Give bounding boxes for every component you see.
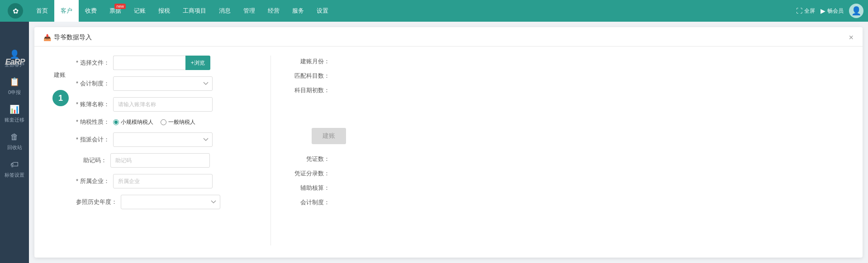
- declaration-icon: 📋: [9, 76, 20, 87]
- sidebar-item-zero-declaration[interactable]: 📋 0申报: [0, 73, 29, 99]
- vip-button[interactable]: ▶ 畅会员: [821, 7, 844, 15]
- right-accounting-system-row: 会计制度：: [294, 198, 429, 207]
- form-left: 建账 1 * 选择文件： +浏览: [52, 56, 248, 245]
- nav-item-manage[interactable]: 管理: [237, 0, 261, 22]
- avatar[interactable]: 👤: [849, 4, 863, 18]
- voucher-entries-row: 凭证分录数：: [294, 169, 429, 178]
- nav-item-bookkeeping[interactable]: 记账: [128, 0, 152, 22]
- history-year-select[interactable]: [121, 195, 220, 209]
- nav-item-services[interactable]: 服务: [286, 0, 310, 22]
- small-taxpayer-radio[interactable]: [113, 119, 119, 125]
- period-initial-label: 科目期初数：: [294, 86, 330, 94]
- dialog-title-icon: 📥: [43, 34, 51, 41]
- vouchers-label: 凭证数：: [294, 155, 330, 163]
- accountant-select[interactable]: [113, 132, 213, 147]
- accounting-system-select[interactable]: [113, 76, 213, 91]
- period-initial-row: 科目期初数：: [294, 86, 429, 94]
- tag-icon: 🏷: [9, 159, 20, 170]
- fullscreen-icon: ⛶: [796, 7, 802, 14]
- recycle-icon: 🗑: [9, 132, 20, 142]
- tax-type-label: * 纳税性质：: [76, 118, 109, 126]
- nav-item-settings[interactable]: 设置: [310, 0, 335, 22]
- accounting-system-label: * 会计制度：: [76, 80, 109, 88]
- aux-accounting-row: 辅助核算：: [294, 184, 429, 192]
- file-input[interactable]: [113, 56, 185, 70]
- memo-code-input[interactable]: [110, 153, 210, 168]
- nav-item-home[interactable]: 首页: [30, 0, 54, 22]
- file-select-label: * 选择文件：: [76, 59, 109, 67]
- build-btn-spacer: 建账: [294, 119, 429, 144]
- close-button[interactable]: ×: [849, 33, 854, 42]
- divider: [270, 56, 271, 245]
- tax-type-radio-group: 小规模纳税人 一般纳税人: [113, 118, 195, 126]
- new-badge: new: [114, 4, 126, 9]
- accountant-row: * 指派会计：: [76, 132, 248, 147]
- accounting-system-row: * 会计制度：: [76, 76, 248, 91]
- nav-item-messages[interactable]: 消息: [213, 0, 237, 22]
- dialog-title: 📥 导爷数据导入: [43, 33, 92, 42]
- memo-code-row: 助记码：: [76, 153, 248, 168]
- step-badge: 1: [52, 90, 69, 106]
- vip-icon: ▶: [821, 7, 825, 14]
- sidebar-item-tag-settings[interactable]: 🏷 标签设置: [0, 155, 29, 182]
- logo[interactable]: ✿: [5, 0, 26, 22]
- file-select-row: * 选择文件： +浏览: [76, 56, 248, 70]
- dialog-panel: 📥 导爷数据导入 × 建账 1 * 选择文件：: [34, 27, 863, 258]
- accountant-label: * 指派会计：: [76, 136, 109, 144]
- file-input-wrap: +浏览: [113, 56, 210, 70]
- nav-right: ⛶ 全屏 ▶ 畅会员 👤: [796, 4, 863, 18]
- small-taxpayer-option[interactable]: 小规模纳税人: [113, 118, 153, 126]
- ledger-name-row: * 账簿名称：: [76, 97, 248, 112]
- right-accounting-system-label: 会计制度：: [294, 198, 330, 207]
- ledger-name-label: * 账簿名称：: [76, 100, 109, 108]
- nav-item-business[interactable]: 工商项目: [176, 0, 213, 22]
- ledger-name-input[interactable]: [113, 97, 213, 112]
- main-layout: EaRP 👤 全部客户 📋 0申报 📊 账套迁移 🗑 回收站 🏷 标签设置: [0, 22, 868, 263]
- avatar-icon: 👤: [851, 6, 861, 16]
- history-year-label: 参照历史年度：: [76, 198, 117, 206]
- company-input[interactable]: [113, 174, 213, 188]
- sidebar-item-account-migration[interactable]: 📊 账套迁移: [0, 100, 29, 127]
- nav-items: 首页 客户 收费 票据 new 记账 报税 工商项目 消息 管理 经营 服务 设…: [30, 0, 796, 22]
- vouchers-row: 凭证数：: [294, 155, 429, 163]
- nav-item-clients[interactable]: 客户: [54, 0, 79, 22]
- company-row: * 所属企业：: [76, 174, 248, 188]
- sidebar: EaRP 👤 全部客户 📋 0申报 📊 账套迁移 🗑 回收站 🏷 标签设置: [0, 22, 29, 263]
- fullscreen-button[interactable]: ⛶ 全屏: [796, 7, 815, 15]
- nav-item-operations[interactable]: 经营: [261, 0, 286, 22]
- company-label: * 所属企业：: [76, 177, 109, 185]
- sidebar-item-recycle[interactable]: 🗑 回收站: [0, 128, 29, 155]
- content-area: 📥 导爷数据导入 × 建账 1 * 选择文件：: [29, 22, 868, 263]
- voucher-entries-label: 凭证分录数：: [294, 169, 330, 178]
- form-fields: * 选择文件： +浏览 * 会计制度：: [76, 56, 248, 209]
- build-account-button[interactable]: 建账: [312, 128, 346, 144]
- general-taxpayer-option[interactable]: 一般纳税人: [161, 118, 195, 126]
- migration-icon: 📊: [9, 104, 20, 115]
- earp-logo: EaRP: [1, 50, 29, 74]
- step-label: 建账: [54, 71, 66, 79]
- general-taxpayer-radio[interactable]: [161, 119, 166, 125]
- tax-type-row: * 纳税性质： 小规模纳税人 一般纳税人: [76, 118, 248, 126]
- build-month-label: 建账月份：: [294, 57, 330, 66]
- nav-item-tax[interactable]: 报税: [152, 0, 176, 22]
- match-subjects-row: 匹配科目数：: [294, 72, 429, 80]
- nav-item-fees[interactable]: 收费: [79, 0, 103, 22]
- history-year-row: 参照历史年度：: [76, 195, 248, 209]
- aux-accounting-label: 辅助核算：: [294, 184, 330, 192]
- form-right: 建账月份： 匹配科目数： 科目期初数： 建账 凭证: [294, 56, 429, 245]
- build-month-row: 建账月份：: [294, 57, 429, 66]
- logo-icon: ✿: [8, 3, 23, 19]
- top-nav: ✿ 首页 客户 收费 票据 new 记账 报税 工商项目 消息 管理 经营 服务…: [0, 0, 868, 22]
- match-subjects-label: 匹配科目数：: [294, 72, 330, 80]
- dialog-header: 📥 导爷数据导入 ×: [34, 27, 863, 47]
- nav-item-tickets[interactable]: 票据 new: [103, 0, 128, 22]
- memo-code-label: 助记码：: [76, 156, 107, 164]
- form-content: 建账 1 * 选择文件： +浏览: [34, 47, 863, 254]
- browse-button[interactable]: +浏览: [185, 56, 210, 70]
